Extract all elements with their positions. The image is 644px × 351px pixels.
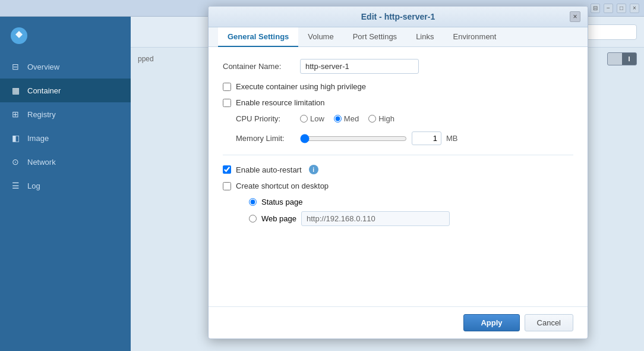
execute-privilege-row: Execute container using high privilege [223, 82, 573, 91]
apply-button[interactable]: Apply [463, 314, 519, 331]
dialog-title: Edit - http-server-1 [226, 12, 570, 21]
memory-limit-label: Memory Limit: [236, 134, 300, 143]
enable-autorestart-row: Enable auto-restart i [223, 165, 573, 174]
dialog-close-button[interactable]: × [570, 11, 580, 22]
shortcut-options: Status page Web page [249, 198, 573, 226]
memory-value-input[interactable] [412, 131, 441, 145]
container-name-label: Container Name: [223, 62, 300, 71]
container-name-input[interactable] [300, 59, 419, 74]
container-name-row: Container Name: [223, 59, 573, 74]
cpu-low-option[interactable]: Low [300, 114, 324, 123]
tab-environment[interactable]: Environment [443, 27, 506, 47]
create-shortcut-checkbox[interactable] [223, 182, 231, 190]
cancel-button[interactable]: Cancel [525, 314, 573, 331]
memory-unit-label: MB [446, 134, 458, 143]
shortcut-web-page-row: Web page [249, 211, 573, 226]
execute-privilege-label: Execute container using high privilege [236, 82, 366, 91]
dialog-titlebar: Edit - http-server-1 × [209, 7, 588, 27]
dialog-footer: Apply Cancel [209, 306, 588, 339]
cpu-priority-row: CPU Priority: Low Med High [236, 114, 573, 123]
cpu-priority-group: Low Med High [300, 114, 394, 123]
dialog-body: Container Name: Execute container using … [209, 47, 588, 306]
autorestart-info-icon[interactable]: i [309, 165, 318, 174]
web-page-label: Web page [261, 214, 296, 223]
cpu-med-radio[interactable] [334, 115, 342, 123]
memory-limit-row: Memory Limit: MB [236, 131, 573, 145]
enable-resource-checkbox[interactable] [223, 99, 231, 107]
cpu-low-label: Low [310, 114, 324, 123]
cpu-low-radio[interactable] [300, 115, 308, 123]
shortcut-status-page-row: Status page [249, 198, 573, 206]
enable-resource-label: Enable resource limitation [236, 98, 325, 107]
cpu-high-radio[interactable] [368, 115, 376, 123]
status-page-radio[interactable] [249, 198, 257, 206]
cpu-priority-label: CPU Priority: [236, 114, 300, 123]
create-shortcut-row: Create shortcut on desktop [223, 181, 573, 190]
shortcut-url-input[interactable] [301, 211, 450, 226]
memory-slider-container: MB [300, 131, 458, 145]
tab-volume[interactable]: Volume [298, 27, 343, 47]
tab-port-settings[interactable]: Port Settings [343, 27, 406, 47]
create-shortcut-label: Create shortcut on desktop [236, 181, 329, 190]
cpu-high-label: High [378, 114, 394, 123]
dialog-tabs: General Settings Volume Port Settings Li… [209, 27, 588, 47]
enable-autorestart-label: Enable auto-restart [236, 165, 302, 174]
app-window: ⊟ − □ × ⊟ Overview ▦ Container [0, 0, 644, 351]
edit-dialog: Edit - http-server-1 × General Settings … [208, 6, 588, 339]
web-page-radio[interactable] [249, 215, 257, 222]
memory-slider[interactable] [300, 134, 407, 143]
tab-links[interactable]: Links [406, 27, 443, 47]
cpu-high-option[interactable]: High [368, 114, 394, 123]
cpu-med-option[interactable]: Med [334, 114, 359, 123]
dialog-overlay: Edit - http-server-1 × General Settings … [0, 0, 644, 351]
enable-autorestart-checkbox[interactable] [223, 165, 231, 174]
tab-general-settings[interactable]: General Settings [218, 27, 298, 47]
status-page-label: Status page [261, 198, 302, 206]
execute-privilege-checkbox[interactable] [223, 83, 231, 91]
separator-1 [223, 155, 573, 155]
cpu-med-label: Med [344, 114, 359, 123]
enable-resource-row: Enable resource limitation [223, 98, 573, 107]
